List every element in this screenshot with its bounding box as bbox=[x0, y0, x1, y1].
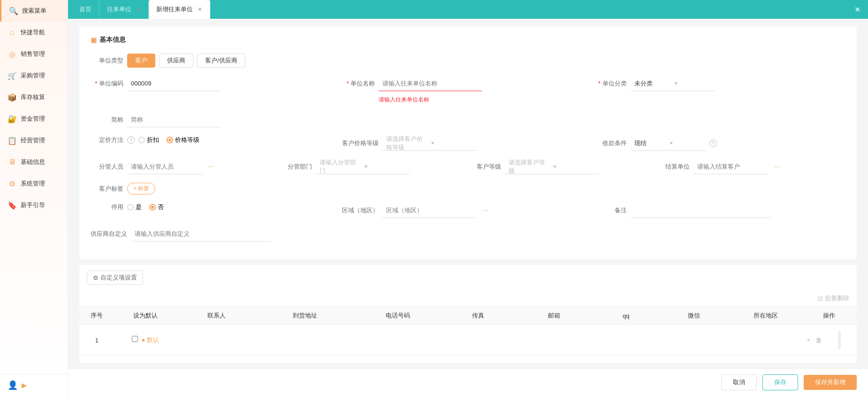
scrollbar[interactable] bbox=[838, 331, 841, 349]
settings-icon: ⚙ bbox=[93, 274, 99, 281]
disable-yes[interactable]: 是 bbox=[127, 203, 142, 211]
sidebar-label-inventory: 库存核算 bbox=[21, 93, 45, 101]
sidebar-item-operations[interactable]: 📋 经营管理 bbox=[0, 130, 68, 151]
settlement-input[interactable] bbox=[693, 159, 769, 174]
save-button[interactable]: 保存 bbox=[762, 374, 798, 390]
sidebar-bottom: 👤 ▶ bbox=[0, 374, 68, 396]
form-row-unit-info: 单位编码 单位名称 请输入往来单位名称 单位分类 未分类 ▼ bbox=[91, 76, 845, 104]
finance-icon: 🔐 bbox=[8, 114, 17, 124]
form-row-tags: 客户标签 + 标签 bbox=[91, 183, 845, 194]
field-pricing: 定价方法 ? 折扣 价格等级 bbox=[91, 136, 342, 144]
type-btn-both[interactable]: 客户/供应商 bbox=[197, 54, 245, 68]
field-customer-tag: 客户标签 + 标签 bbox=[91, 183, 845, 194]
form-row-short-name: 简称 bbox=[91, 112, 845, 127]
region-more-btn[interactable]: ··· bbox=[480, 206, 490, 215]
phone-input[interactable] bbox=[377, 337, 419, 344]
tab-home[interactable]: 首页 bbox=[72, 0, 99, 19]
region-input[interactable] bbox=[382, 203, 476, 218]
sales-icon: ◎ bbox=[8, 49, 17, 59]
unit-category-select[interactable]: 未分类 ▼ bbox=[631, 76, 715, 91]
row-checkbox[interactable] bbox=[132, 336, 138, 342]
settlement-more-btn[interactable]: ··· bbox=[772, 163, 782, 171]
row-actions: ＋ 🗑 bbox=[805, 329, 853, 351]
cell-default: ● 默认 bbox=[114, 325, 176, 356]
tab-home-label: 首页 bbox=[79, 5, 91, 14]
col-action: 操作 bbox=[801, 307, 857, 325]
manager-input[interactable] bbox=[127, 159, 202, 174]
pricing-discount[interactable]: 折扣 bbox=[138, 136, 159, 144]
section-title-text: 基本信息 bbox=[99, 36, 126, 44]
sidebar-item-sales[interactable]: ◎ 销售管理 bbox=[0, 43, 68, 65]
pricing-price-level[interactable]: 价格等级 bbox=[167, 136, 199, 144]
customer-price-level-select[interactable]: 请选择客户价格等级 ▼ bbox=[382, 136, 476, 151]
supplier-custom-input[interactable] bbox=[131, 226, 272, 241]
row-add-btn[interactable]: ＋ bbox=[805, 336, 812, 344]
tab-partners-close[interactable]: ✕ bbox=[136, 6, 141, 13]
table-row: 1 ● 默认 bbox=[79, 325, 857, 356]
payment-terms-value: 现结 bbox=[634, 139, 667, 148]
tab-bar-close-all[interactable]: ✕ bbox=[851, 5, 864, 14]
col-default: 设为默认 bbox=[114, 307, 176, 325]
type-btn-supplier[interactable]: 供应商 bbox=[159, 54, 193, 68]
sidebar-item-inventory[interactable]: 📦 库存核算 bbox=[0, 86, 68, 108]
unit-code-input[interactable] bbox=[127, 76, 221, 91]
main-area: 首页 往来单位 ✕ 新增往来单位 ✕ ✕ ▣ 基本信息 单位类型 客户 bbox=[68, 0, 868, 396]
type-btn-customer[interactable]: 客户 bbox=[127, 54, 155, 68]
tab-new-partner-close[interactable]: ✕ bbox=[198, 6, 202, 13]
dept-label: 分管部门 bbox=[279, 163, 312, 171]
sidebar-item-finance[interactable]: 🔐 资金管理 bbox=[0, 108, 68, 130]
payment-terms-select[interactable]: 现结 ▼ bbox=[631, 136, 706, 151]
row-delete-btn[interactable]: 🗑 bbox=[815, 336, 822, 344]
payment-terms-help-icon[interactable]: ? bbox=[709, 140, 717, 147]
tab-new-partner[interactable]: 新增往来单位 ✕ bbox=[149, 0, 210, 19]
cell-phone bbox=[353, 325, 442, 356]
basic-info-section: ▣ 基本信息 单位类型 客户 供应商 客户/供应商 单位编码 bbox=[79, 26, 857, 259]
sidebar-user-icon: 👤 bbox=[8, 380, 18, 390]
field-customer-level: 客户等级 请选择客户等级 ▼ bbox=[468, 159, 657, 174]
add-tag-btn[interactable]: + 标签 bbox=[127, 183, 155, 194]
cancel-button[interactable]: 取消 bbox=[721, 374, 757, 390]
customer-level-select[interactable]: 请选择客户等级 ▼ bbox=[505, 159, 599, 174]
batch-delete-btn[interactable]: ⊡ 批量删除 bbox=[818, 294, 849, 303]
save-new-button[interactable]: 保存并新增 bbox=[804, 375, 857, 390]
dept-select[interactable]: 请输入分管部门 ▼ bbox=[316, 159, 410, 174]
footer: 取消 保存 保存并新增 bbox=[68, 368, 868, 396]
wechat-input[interactable] bbox=[678, 337, 710, 344]
custom-settings-btn[interactable]: ⚙ 自定义项设置 bbox=[87, 271, 143, 285]
default-radio-checked[interactable]: ● 默认 bbox=[141, 336, 159, 343]
fax-input[interactable] bbox=[462, 337, 495, 344]
sidebar-item-purchase[interactable]: 🛒 采购管理 bbox=[0, 65, 68, 86]
field-supplier-custom: 供应商自定义 bbox=[91, 226, 845, 241]
sidebar-item-guide[interactable]: 🔖 新手引导 bbox=[0, 194, 68, 216]
customer-level-label: 客户等级 bbox=[468, 163, 501, 171]
form-row-manager: 分管人员 ··· 分管部门 请输入分管部门 ▼ 客户等级 请选择客户等级 ▼ bbox=[91, 159, 845, 174]
short-name-input[interactable] bbox=[127, 112, 221, 127]
unit-name-input[interactable] bbox=[379, 76, 482, 91]
sidebar-item-search[interactable]: 🔍 搜索菜单 bbox=[0, 0, 68, 22]
tag-btn-label: + 标签 bbox=[133, 185, 149, 193]
field-payment-terms: 收款条件 现结 ▼ ? bbox=[594, 136, 845, 151]
email-input[interactable] bbox=[535, 337, 573, 344]
sidebar-label-guide: 新手引导 bbox=[21, 201, 45, 210]
sidebar-item-quick-nav[interactable]: ⌂ 快捷导航 bbox=[0, 22, 68, 43]
contact-input[interactable] bbox=[198, 337, 235, 344]
tab-partners[interactable]: 往来单位 ✕ bbox=[99, 0, 149, 19]
manager-more-btn[interactable]: ··· bbox=[206, 163, 216, 171]
remark-input[interactable] bbox=[631, 203, 771, 218]
settlement-label: 结算单位 bbox=[657, 163, 690, 171]
remark-label: 备注 bbox=[594, 206, 627, 215]
pricing-discount-label: 折扣 bbox=[147, 136, 159, 144]
field-unit-name: 单位名称 请输入往来单位名称 bbox=[342, 76, 594, 104]
disable-no[interactable]: 否 bbox=[149, 203, 164, 211]
sidebar-label-system: 系统管理 bbox=[21, 179, 45, 188]
field-manager: 分管人员 ··· bbox=[91, 159, 279, 174]
sidebar-item-system[interactable]: ⚙ 系统管理 bbox=[0, 173, 68, 194]
pricing-help-icon[interactable]: ? bbox=[127, 136, 135, 144]
pricing-radio-group: 折扣 价格等级 bbox=[138, 136, 199, 144]
cell-action: ＋ 🗑 bbox=[801, 325, 857, 356]
row-region-input[interactable] bbox=[749, 337, 782, 344]
address-input[interactable] bbox=[282, 337, 328, 344]
field-remark: 备注 bbox=[594, 203, 845, 218]
qq-input[interactable] bbox=[612, 337, 640, 344]
sidebar-item-base-info[interactable]: 🖥 基础信息 bbox=[0, 151, 68, 173]
